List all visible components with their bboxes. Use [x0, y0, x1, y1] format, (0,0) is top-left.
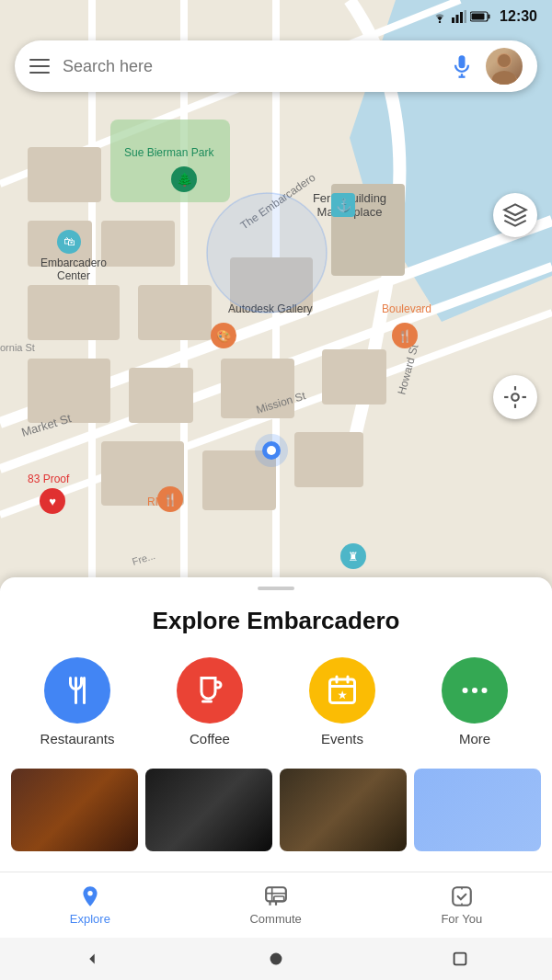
- events-circle: ★: [309, 657, 375, 724]
- svg-text:♥: ♥: [49, 495, 56, 508]
- events-label: Events: [321, 731, 363, 746]
- svg-point-0: [439, 21, 441, 23]
- category-restaurants[interactable]: Restaurants: [27, 657, 128, 746]
- explore-nav-label: Explore: [70, 912, 110, 926]
- hamburger-menu-icon[interactable]: [29, 55, 52, 77]
- more-icon: [458, 674, 491, 707]
- restaurants-icon: [61, 674, 94, 707]
- battery-icon: [470, 11, 490, 22]
- bottom-nav: Explore Commute For You: [0, 872, 552, 938]
- svg-text:🌲: 🌲: [177, 172, 193, 188]
- thumb-4[interactable]: [414, 769, 541, 851]
- svg-text:★: ★: [338, 689, 348, 701]
- android-nav-bar: [0, 938, 552, 980]
- svg-text:Sue Bierman Park: Sue Bierman Park: [124, 146, 214, 159]
- svg-text:🍴: 🍴: [163, 492, 178, 507]
- svg-point-92: [87, 891, 92, 895]
- search-input[interactable]: [63, 57, 449, 76]
- thumb-3[interactable]: [280, 769, 407, 851]
- svg-text:🍴: 🍴: [397, 328, 413, 344]
- svg-text:♜: ♜: [348, 550, 359, 564]
- thumbnail-row: [0, 769, 552, 851]
- microphone-icon[interactable]: [449, 53, 475, 79]
- svg-text:⚓: ⚓: [336, 198, 352, 213]
- back-button[interactable]: [82, 949, 102, 969]
- recents-button[interactable]: [450, 949, 470, 969]
- commute-nav-icon: [264, 884, 288, 908]
- svg-text:Boulevard: Boulevard: [382, 302, 431, 315]
- svg-rect-6: [489, 15, 490, 19]
- user-avatar[interactable]: [486, 48, 523, 85]
- svg-rect-93: [266, 887, 286, 901]
- restaurants-circle: [44, 657, 110, 724]
- svg-text:🛍: 🛍: [63, 234, 75, 248]
- drag-handle[interactable]: [258, 587, 294, 590]
- svg-rect-26: [138, 285, 212, 340]
- svg-rect-24: [28, 147, 101, 202]
- svg-point-90: [472, 688, 477, 693]
- svg-marker-100: [89, 954, 95, 964]
- svg-text:🎨: 🎨: [216, 328, 232, 344]
- svg-point-101: [270, 953, 282, 965]
- commute-nav-label: Commute: [249, 912, 301, 926]
- nav-commute[interactable]: Commute: [249, 884, 301, 926]
- foryou-nav-icon: [450, 884, 474, 908]
- thumb-2[interactable]: [145, 769, 272, 851]
- coffee-circle: [177, 657, 243, 724]
- my-location-button[interactable]: [493, 375, 537, 419]
- svg-point-75: [498, 54, 511, 67]
- map-layer-button[interactable]: [493, 193, 537, 237]
- svg-rect-29: [129, 368, 193, 423]
- svg-text:Center: Center: [57, 269, 90, 282]
- svg-rect-23: [101, 221, 175, 267]
- svg-rect-99: [453, 887, 471, 906]
- home-button[interactable]: [266, 949, 286, 969]
- svg-point-77: [512, 393, 519, 401]
- coffee-icon: [193, 674, 226, 707]
- explore-nav-icon: [78, 884, 102, 908]
- wifi-icon: [431, 10, 448, 23]
- category-more[interactable]: More: [424, 657, 525, 746]
- location-icon: [503, 385, 527, 409]
- status-bar: 12:30: [0, 0, 552, 33]
- status-icons: 12:30: [431, 8, 537, 25]
- svg-rect-4: [465, 10, 467, 23]
- category-coffee[interactable]: Coffee: [159, 657, 260, 746]
- svg-rect-25: [28, 285, 120, 340]
- restaurants-label: Restaurants: [40, 731, 115, 746]
- category-events[interactable]: ★ Events: [292, 657, 393, 746]
- svg-rect-1: [452, 17, 454, 23]
- svg-rect-2: [456, 15, 459, 23]
- svg-rect-21: [110, 120, 230, 202]
- more-label: More: [459, 731, 490, 746]
- search-bar[interactable]: [15, 40, 537, 92]
- explore-title: Explore Embarcadero: [0, 607, 552, 635]
- svg-point-89: [463, 688, 468, 693]
- signal-icon: [452, 10, 466, 23]
- svg-rect-96: [273, 896, 283, 901]
- svg-point-68: [207, 193, 327, 313]
- svg-text:Embarcadero: Embarcadero: [40, 256, 107, 269]
- svg-point-38: [267, 446, 276, 455]
- svg-text:83 Proof: 83 Proof: [28, 473, 70, 485]
- svg-point-91: [482, 688, 488, 693]
- coffee-label: Coffee: [190, 731, 230, 746]
- svg-text:ornia St: ornia St: [0, 342, 35, 353]
- svg-rect-31: [322, 349, 386, 405]
- svg-rect-3: [460, 12, 463, 23]
- svg-point-76: [492, 71, 516, 85]
- svg-rect-102: [454, 953, 466, 965]
- nav-explore[interactable]: Explore: [70, 884, 110, 926]
- events-icon: ★: [326, 674, 359, 707]
- foryou-nav-label: For You: [441, 912, 482, 926]
- category-row: Restaurants Coffee ★: [0, 657, 552, 746]
- svg-rect-7: [472, 14, 485, 20]
- status-time: 12:30: [500, 8, 537, 25]
- more-circle: [442, 657, 508, 724]
- svg-rect-34: [294, 432, 363, 487]
- nav-for-you[interactable]: For You: [441, 884, 482, 926]
- layers-icon: [502, 202, 528, 228]
- thumb-1[interactable]: [11, 769, 138, 851]
